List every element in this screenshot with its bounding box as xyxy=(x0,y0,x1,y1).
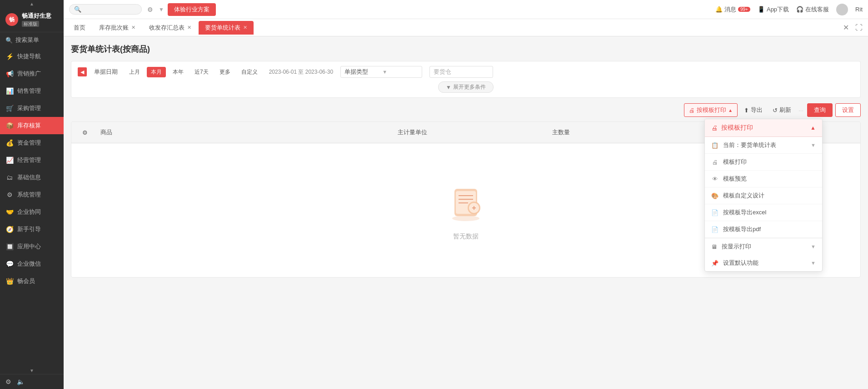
purchase-icon: 🛒 xyxy=(5,104,14,112)
topbar-settings-icon[interactable]: ⚙ xyxy=(145,4,155,15)
online-service-button[interactable]: 🎧 在线客服 xyxy=(796,5,829,14)
dropdown-close-chevron[interactable]: ▲ xyxy=(810,125,816,131)
marketing-icon: 📢 xyxy=(5,70,14,78)
tab-close-inventory-batch[interactable]: ✕ xyxy=(131,25,135,30)
dropdown-template-design[interactable]: 🎨 模板自定义设计 xyxy=(705,187,822,204)
sidebar-item-marketing[interactable]: 📢 营销推广 xyxy=(0,65,64,82)
apps-icon: 🔲 xyxy=(5,242,14,251)
headset-icon: 🎧 xyxy=(796,6,803,13)
dropdown-display-print[interactable]: 🖥 按显示打印 ▼ xyxy=(705,238,822,255)
date-range-display: 2023-06-01 至 2023-06-30 xyxy=(269,68,333,76)
topbar-search-box[interactable]: 🔍 xyxy=(69,4,142,15)
sidebar-item-basic[interactable]: 🗂 基础信息 xyxy=(0,169,64,186)
date-btn-last-7[interactable]: 近7天 xyxy=(190,67,213,77)
sidebar-item-system[interactable]: ⚙ 系统管理 xyxy=(0,186,64,203)
tab-close-order-stats[interactable]: ✕ xyxy=(243,25,247,30)
tabs-bar: 首页 库存批次账 ✕ 收发存汇总表 ✕ 要货单统计表 ✕ ✕ ⛶ xyxy=(64,19,868,36)
dropdown-template-excel[interactable]: 📄 按模板导出excel xyxy=(705,204,822,221)
user-avatar[interactable] xyxy=(836,4,848,15)
date-btn-this-year[interactable]: 本年 xyxy=(169,67,188,77)
sidebar-item-apps[interactable]: 🔲 应用中心 xyxy=(0,238,64,255)
sidebar-item-sales[interactable]: 📊 销售管理 xyxy=(0,82,64,100)
dropdown-header[interactable]: 🖨 按模板打印 ▲ xyxy=(705,119,822,137)
topbar-search-input[interactable] xyxy=(84,6,130,13)
sales-icon: 📊 xyxy=(5,87,14,95)
th-gear[interactable]: ⚙ xyxy=(77,126,95,139)
date-btn-more[interactable]: 更多 xyxy=(215,67,234,77)
display-print-icon: 🖥 xyxy=(711,243,717,250)
sidebar-item-enterprise[interactable]: 🤝 企业协同 xyxy=(0,203,64,221)
sidebar-item-operations[interactable]: 📈 经营管理 xyxy=(0,152,64,169)
speaker-icon[interactable]: 🔈 xyxy=(17,378,25,385)
dropdown-set-default[interactable]: 📌 设置默认功能 ▼ xyxy=(705,255,822,271)
dropdown-template-preview[interactable]: 👁 模板预览 xyxy=(705,171,822,187)
date-btn-this-month[interactable]: 本月 xyxy=(147,67,166,77)
export-icon: ⬆ xyxy=(744,107,749,114)
sidebar-logo: 畅 畅通好生意 标准版 xyxy=(0,7,64,32)
export-btn[interactable]: ⬆ 导出 xyxy=(740,104,766,116)
sidebar-item-quick-nav[interactable]: ⚡ 快捷导航 xyxy=(0,48,64,65)
experience-button[interactable]: 体验行业方案 xyxy=(168,3,216,16)
sidebar-item-finance[interactable]: 💰 资金管理 xyxy=(0,134,64,152)
app-download-button[interactable]: 📱 App下载 xyxy=(758,5,789,14)
sidebar-item-guide[interactable]: 🧭 新手引导 xyxy=(0,221,64,238)
settings-bottom-icon[interactable]: ⚙ xyxy=(5,378,11,385)
print-dropdown-menu: 🖨 按模板打印 ▲ 📋 当前：要货单统计表 ▼ 🖨 模板打印 👁 模板预 xyxy=(704,119,823,272)
template-excel-icon: 📄 xyxy=(711,209,718,216)
display-print-chevron: ▼ xyxy=(811,244,816,249)
empty-text: 暂无数据 xyxy=(453,232,479,241)
date-btn-custom[interactable]: 自定义 xyxy=(237,67,262,77)
toolbar-right: 🖨 按模板打印 ▲ ⬆ 导出 ↺ 刷新 ··· 查询 设置 xyxy=(684,103,861,117)
empty-svg xyxy=(443,180,489,225)
tab-inventory-batch[interactable]: 库存批次账 ✕ xyxy=(93,21,142,35)
display-print-label-group: 🖥 按显示打印 xyxy=(711,242,751,251)
page-title: 要货单统计表(按商品) xyxy=(71,44,861,55)
set-default-label-group: 📌 设置默认功能 xyxy=(711,259,758,267)
notification-badge: 99+ xyxy=(738,7,750,12)
dropdown-template-pdf[interactable]: 📄 按模板导出pdf xyxy=(705,221,822,238)
topbar-chevron-down[interactable]: ▼ xyxy=(159,6,164,13)
dropdown-current-template[interactable]: 📋 当前：要货单统计表 ▼ xyxy=(705,137,822,154)
tabs-actions: ✕ ⛶ xyxy=(841,21,864,34)
dropdown-sub-section: 🖥 按显示打印 ▼ 📌 设置默认功能 ▼ xyxy=(705,238,822,271)
tab-collection-summary[interactable]: 收发存汇总表 ✕ xyxy=(143,21,198,35)
expand-more-btn[interactable]: ▼ 展开更多条件 xyxy=(438,81,494,93)
filter-collapse-btn[interactable]: ◀ xyxy=(78,67,87,76)
dropdown-header-left: 🖨 按模板打印 xyxy=(711,124,753,132)
sidebar-item-member[interactable]: 👑 畅会员 xyxy=(0,273,64,290)
inventory-icon: 📦 xyxy=(5,121,14,130)
sidebar-item-purchase[interactable]: 🛒 采购管理 xyxy=(0,100,64,117)
template-design-icon: 🎨 xyxy=(711,192,718,199)
date-btn-last-month[interactable]: 上月 xyxy=(125,67,144,77)
sidebar-item-wechat[interactable]: 💬 企业微信 xyxy=(0,255,64,273)
printer-icon-dropdown: 🖨 xyxy=(711,124,718,131)
order-goods-input[interactable]: 要货仓 xyxy=(429,66,493,78)
current-template-chevron: ▼ xyxy=(811,142,816,148)
tabs-close-icon[interactable]: ✕ xyxy=(841,21,851,34)
logo-icon: 畅 xyxy=(5,13,18,26)
basic-icon: 🗂 xyxy=(5,173,14,182)
settings-btn[interactable]: 设置 xyxy=(835,103,861,117)
tab-close-collection-summary[interactable]: ✕ xyxy=(187,25,191,30)
logo-tag: 标准版 xyxy=(22,20,51,27)
system-icon: ⚙ xyxy=(5,191,14,199)
sidebar-item-inventory[interactable]: 📦 库存核算 xyxy=(0,117,64,134)
order-type-select[interactable]: 单据类型 ▼ xyxy=(340,66,422,78)
tab-order-stats[interactable]: 要货单统计表 ✕ xyxy=(199,21,254,35)
sidebar-search[interactable]: 🔍 搜索菜单 xyxy=(0,32,64,48)
refresh-btn[interactable]: ↺ 刷新 xyxy=(769,104,795,116)
query-btn[interactable]: 查询 xyxy=(807,103,833,117)
sidebar-scroll-down[interactable]: ▼ xyxy=(0,367,64,374)
tabs-expand-icon[interactable]: ⛶ xyxy=(853,22,864,34)
set-default-icon: 📌 xyxy=(711,260,718,267)
print-template-btn[interactable]: 🖨 按模板打印 ▲ xyxy=(684,103,738,117)
notifications-button[interactable]: 🔔 消息 99+ xyxy=(715,5,750,14)
sidebar-scroll-up[interactable]: ▲ xyxy=(0,0,64,7)
template-preview-icon: 👁 xyxy=(711,175,718,182)
search-icon: 🔍 xyxy=(5,37,13,44)
tab-home[interactable]: 首页 xyxy=(67,21,92,35)
dropdown-template-print[interactable]: 🖨 模板打印 xyxy=(705,154,822,171)
bell-icon: 🔔 xyxy=(715,6,723,13)
phone-icon: 📱 xyxy=(758,6,765,13)
th-qty: 主数量 xyxy=(547,126,701,139)
